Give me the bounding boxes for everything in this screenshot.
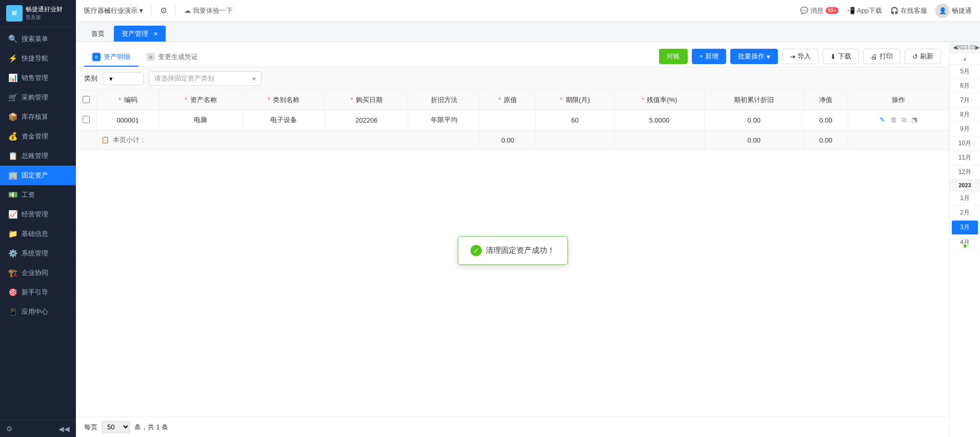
- sidebar: 财 畅捷通好业财 普及版 🔍 搜索菜单 ⚡ 快捷导航 📊 销售管理 🛒 采购管理…: [0, 0, 76, 437]
- month-5[interactable]: 5月: [950, 65, 980, 79]
- online-service-button[interactable]: 🎧 在线客服: [890, 6, 927, 15]
- sub-tabs: ≡ 资产明细 ≡ 变更生成凭证 对账 + 新增 批量操作: [76, 42, 949, 67]
- app-logo-icon: 财: [6, 5, 23, 22]
- message-badge: 99+: [826, 7, 838, 14]
- more-icon[interactable]: ⬔: [911, 116, 917, 124]
- company-selector[interactable]: 医疗器械行业演示 ▾: [84, 6, 143, 15]
- experience-button[interactable]: ☁ 我要体验一下: [184, 6, 233, 15]
- user-menu[interactable]: 👤 畅捷通: [935, 4, 972, 18]
- subtotal-check: [76, 130, 96, 150]
- delete-icon[interactable]: 🗑: [890, 116, 897, 124]
- collapse-left-icon[interactable]: ◀: [953, 44, 957, 51]
- row-period: 60: [536, 110, 614, 130]
- import-button[interactable]: ⇥ 导入: [782, 49, 818, 64]
- message-button[interactable]: 💬 消息 99+: [800, 6, 838, 15]
- success-check-icon: ✓: [470, 245, 482, 256]
- category-dropdown-icon: ▾: [109, 75, 113, 83]
- expand-right-icon[interactable]: ▶: [975, 44, 979, 51]
- folder-icon: 📁: [8, 229, 17, 239]
- content-area: ≡ 资产明细 ≡ 变更生成凭证 对账 + 新增 批量操作: [76, 42, 980, 437]
- select-all-checkbox[interactable]: [83, 96, 90, 103]
- headset-icon: 🎧: [890, 7, 898, 14]
- month-6[interactable]: 6月: [950, 79, 980, 93]
- edit-icon[interactable]: ✎: [879, 116, 885, 124]
- sidebar-item-search[interactable]: 🔍 搜索菜单: [0, 29, 76, 49]
- app-download-button[interactable]: 📲 App下载: [847, 6, 882, 15]
- year-2023-up-arrow[interactable]: ▲: [950, 53, 980, 65]
- month-1[interactable]: 1月: [950, 191, 980, 206]
- sidebar-item-finance[interactable]: 💰 资金管理: [0, 127, 76, 146]
- sidebar-item-guide[interactable]: 🎯 新手引导: [0, 283, 76, 302]
- add-button[interactable]: + 新增: [692, 49, 726, 64]
- subtotal-net: 0.00: [804, 130, 848, 150]
- subtotal-row: 📋 本页小计： 0.00 0.00 0.00: [76, 130, 949, 150]
- chart-icon: 📊: [8, 73, 17, 83]
- app-logo-text: 畅捷通好业财 普及版: [26, 6, 63, 21]
- sidebar-item-operations[interactable]: 📈 经营管理: [0, 205, 76, 224]
- table-wrap: * 编码 * 资产名称 * 类别名称: [76, 90, 949, 416]
- category-filter-select[interactable]: ▾: [103, 72, 144, 85]
- sidebar-item-quick-nav[interactable]: ⚡ 快捷导航: [0, 49, 76, 68]
- sidebar-item-app-center[interactable]: 📱 应用中心: [0, 302, 76, 322]
- total-count: 条，共 1 条: [134, 423, 168, 432]
- subtotal-original: 0.00: [480, 130, 536, 150]
- header-check: [76, 90, 96, 110]
- sidebar-item-system[interactable]: ⚙️ 系统管理: [0, 244, 76, 263]
- header-initial-accumulated: 期初累计折旧: [705, 90, 804, 110]
- sidebar-item-ledger[interactable]: 📋 总账管理: [0, 146, 76, 166]
- company-dropdown-icon: ▾: [139, 7, 143, 14]
- batch-ops-button[interactable]: 批量操作 ▾: [730, 49, 778, 64]
- row-checkbox[interactable]: [83, 116, 90, 123]
- reconcile-button[interactable]: 对账: [659, 49, 688, 64]
- row-check-cell: [76, 110, 96, 130]
- sidebar-item-sales[interactable]: 📊 销售管理: [0, 68, 76, 88]
- tab-change-voucher[interactable]: ≡ 变更生成凭证: [138, 48, 206, 67]
- month-3-current[interactable]: 3月: [952, 221, 978, 235]
- per-page-label: 每页: [84, 423, 97, 432]
- sidebar-footer: ⚙ ◀◀: [0, 420, 76, 437]
- date-navigator: ▲ 5月 6月 7月 8月 9月 10月 11月 12月 2023 1月 2月 …: [950, 53, 980, 250]
- subtotal-label: 📋 本页小计：: [96, 130, 480, 150]
- subtotal-residual: [614, 130, 705, 150]
- filter-row: 类别 ▾ 请选择固定资产类别 ▾: [76, 67, 949, 90]
- copy-icon[interactable]: ⧉: [902, 116, 906, 124]
- category-type-input[interactable]: 请选择固定资产类别 ▾: [149, 71, 262, 86]
- month-2[interactable]: 2月: [950, 206, 980, 220]
- sidebar-item-salary[interactable]: 💵 工资: [0, 185, 76, 205]
- topbar-settings-icon[interactable]: ⚙: [160, 6, 167, 15]
- sidebar-item-purchase[interactable]: 🛒 采购管理: [0, 88, 76, 107]
- month-9[interactable]: 9月: [950, 122, 980, 136]
- tab-close-icon[interactable]: ✕: [153, 31, 158, 37]
- tab-asset-management[interactable]: 资产管理 ✕: [114, 26, 166, 42]
- sidebar-item-basic-info[interactable]: 📁 基础信息: [0, 224, 76, 244]
- month-7[interactable]: 7月: [950, 93, 980, 108]
- content-main: ≡ 资产明细 ≡ 变更生成凭证 对账 + 新增 批量操作: [76, 42, 949, 437]
- target-icon: 🎯: [8, 288, 17, 297]
- assets-table: * 编码 * 资产名称 * 类别名称: [76, 90, 949, 150]
- row-net-value: 0.00: [804, 110, 848, 130]
- month-10[interactable]: 10月: [950, 136, 980, 151]
- topbar: 医疗器械行业演示 ▾ ⚙ ☁ 我要体验一下 💬 消息 99+ 📲 App下载 🎧…: [76, 0, 980, 22]
- money-icon: 💰: [8, 132, 17, 141]
- table-row: 000001 电脑 电子设备 202206 年限平均 60 5.0000 0.0…: [76, 110, 949, 130]
- month-12[interactable]: 12月: [950, 165, 980, 180]
- download-button[interactable]: ⬇ 下载: [823, 49, 859, 64]
- month-11[interactable]: 11月: [950, 151, 980, 165]
- trending-icon: 📈: [8, 210, 17, 219]
- tab-asset-detail[interactable]: ≡ 资产明细: [84, 48, 138, 67]
- header-name: * 资产名称: [159, 90, 243, 110]
- print-button[interactable]: 🖨 打印: [863, 49, 901, 64]
- gear-icon: ⚙️: [8, 249, 17, 258]
- header-residual-rate: * 残值率(%): [614, 90, 705, 110]
- collapse-icon[interactable]: ◀◀: [58, 425, 70, 433]
- per-page-select[interactable]: 50 20 100 200: [102, 421, 130, 433]
- sidebar-item-enterprise[interactable]: 🏗️ 企业协同: [0, 263, 76, 283]
- page-tabs: 首页 资产管理 ✕: [76, 22, 980, 42]
- refresh-button[interactable]: ↺ 刷新: [905, 49, 941, 64]
- month-8[interactable]: 8月: [950, 108, 980, 122]
- sidebar-item-fixed-assets[interactable]: 🏢 固定资产: [0, 166, 76, 185]
- settings-icon[interactable]: ⚙: [6, 425, 13, 433]
- tab-home[interactable]: 首页: [84, 26, 112, 42]
- month-4[interactable]: 4月: [950, 235, 980, 250]
- sidebar-item-inventory[interactable]: 📦 库存核算: [0, 107, 76, 127]
